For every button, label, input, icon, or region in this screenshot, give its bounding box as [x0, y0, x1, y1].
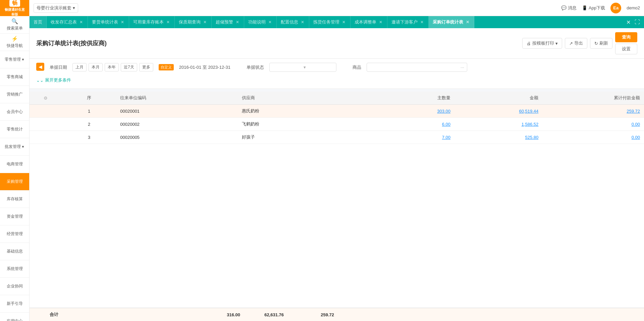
date-btn-7days[interactable]: 近7天 [121, 63, 137, 71]
tab-goods-stats-close[interactable]: ✕ [120, 19, 125, 25]
sidebar-item-retail[interactable]: 零售管理 ▼ [0, 51, 29, 68]
date-btn-more[interactable]: 更多 [139, 63, 153, 71]
sidebar-item-ecommerce[interactable]: 电商管理 [0, 156, 29, 173]
row-paid[interactable]: 0.00 [542, 118, 644, 131]
header-actions: 💬 消息 📱 App下载 Ea demo2 [561, 3, 640, 13]
sidebar-label-quick-nav: 快捷导航 [7, 43, 23, 49]
status-select[interactable]: ▾ [269, 63, 336, 72]
tab-expiry-query-close[interactable]: ✕ [203, 19, 207, 25]
tab-cost-adjust[interactable]: 成本调整单 ✕ [351, 16, 387, 28]
sidebar-item-retail-mall[interactable]: 零售商城 [0, 68, 29, 86]
sidebar-label-app-center: 应用中心 [7, 318, 23, 321]
goods-filter-input[interactable] [370, 65, 459, 70]
search-button[interactable]: 查询 [615, 32, 637, 42]
row-paid[interactable]: 259.72 [542, 105, 644, 118]
sidebar-item-finance[interactable]: 资金管理 [0, 208, 29, 225]
tab-cost-adjust-close[interactable]: ✕ [378, 19, 383, 25]
sidebar-label-search: 搜索菜单 [7, 25, 23, 31]
tab-receive-summary-close[interactable]: ✕ [79, 19, 84, 25]
tab-expiry-query[interactable]: 保质期查询 ✕ [175, 16, 212, 28]
sidebar-item-members[interactable]: 会员中心 [0, 103, 29, 121]
message-label: 消息 [568, 5, 577, 11]
table-footer: 合计 316.00 62,631.76 259.72 [30, 308, 644, 321]
tab-goods-stats[interactable]: 要货单统计表 ✕ [88, 16, 129, 28]
sidebar-item-search[interactable]: 🔍 搜索菜单 [0, 16, 29, 34]
tab-available-inventory-close[interactable]: ✕ [166, 19, 170, 25]
date-btn-this-year[interactable]: 本年 [105, 63, 119, 71]
app-download-btn[interactable]: 📱 App下载 [582, 5, 605, 11]
tab-available-inventory-label: 可用量库存账本 [133, 19, 164, 25]
chevron-down-icon-more: ⌄⌄ [36, 78, 44, 83]
row-amount[interactable]: 1,586.52 [454, 118, 542, 131]
settings-button[interactable]: 设置 [615, 44, 637, 54]
template-print-button[interactable]: 🖨 按模板打印 ▾ [522, 38, 562, 49]
sidebar-item-wholesale[interactable]: 批发管理 ▼ [0, 138, 29, 156]
sidebar-label-members: 会员中心 [7, 109, 23, 115]
toggle-more-btn[interactable]: ⌄⌄ 展开更多条件 [36, 76, 637, 85]
tab-config-info-close[interactable]: ✕ [300, 19, 305, 25]
row-quantity[interactable]: 7.00 [373, 131, 454, 144]
sidebar-item-purchase[interactable]: 采购管理 [0, 173, 29, 191]
refresh-label: 刷新 [599, 40, 608, 46]
table-row: 2 00020002 飞鹤奶粉 6.00 1,586.52 0.00 [30, 118, 644, 131]
ellipsis-icon[interactable]: ··· [461, 65, 464, 70]
chevron-down-icon-account: ▾ [73, 5, 75, 10]
custom-badge: 自定义 [159, 64, 174, 70]
tab-overstock-warning-close[interactable]: ✕ [235, 19, 240, 25]
row-quantity[interactable]: 303.00 [373, 105, 454, 118]
user-avatar[interactable]: Ea [610, 3, 621, 13]
date-btn-last-month[interactable]: 上月 [72, 63, 87, 71]
sidebar-label-retail: 零售管理 [5, 57, 21, 62]
sidebar-item-marketing[interactable]: 营销推广 [0, 86, 29, 103]
sidebar-item-basic-info[interactable]: 基础信息 [0, 243, 29, 260]
tab-receive-summary[interactable]: 收发存汇总表 ✕ [47, 16, 88, 28]
tab-close-all-btn[interactable]: ✕ [625, 18, 632, 27]
sidebar-item-quick-nav[interactable]: ⚡ 快捷导航 [0, 34, 29, 51]
tab-invite-downstream[interactable]: 邀请下游客户 ✕ [387, 16, 429, 28]
tab-home[interactable]: 首页 [30, 16, 47, 28]
row-paid[interactable]: 0.00 [542, 131, 644, 144]
search-icon: 🔍 [11, 18, 18, 24]
col-settings[interactable]: ⚙ [30, 92, 62, 105]
tab-expiry-query-label: 保质期查询 [179, 19, 201, 25]
account-selector-label: 母婴行业演示账套 [37, 5, 71, 11]
sidebar-item-new-guide[interactable]: 新手引导 [0, 295, 29, 313]
date-btn-this-month[interactable]: 本月 [89, 63, 103, 71]
export-button[interactable]: ↗ 导出 [565, 38, 587, 49]
row-supplier: 飞鹤奶粉 [238, 118, 373, 131]
tab-purchase-stats-close[interactable]: ✕ [465, 19, 470, 25]
tab-function-desc-label: 功能说明 [248, 19, 266, 25]
row-amount[interactable]: 60,519.44 [454, 105, 542, 118]
tab-function-desc-close[interactable]: ✕ [268, 19, 272, 25]
search-label: 查询 [622, 35, 631, 40]
sidebar-item-retail-stats[interactable]: 零售统计 [0, 121, 29, 138]
refresh-button[interactable]: ↻ 刷新 [590, 38, 612, 49]
row-quantity[interactable]: 6.00 [373, 118, 454, 131]
tab-function-desc[interactable]: 功能说明 ✕ [244, 16, 277, 28]
tab-picking-task[interactable]: 拣货任务管理 ✕ [309, 16, 351, 28]
message-btn[interactable]: 💬 消息 [561, 5, 577, 11]
sidebar-label-enterprise: 企业协同 [7, 283, 23, 289]
row-settings-cell [30, 105, 62, 118]
row-amount[interactable]: 525.80 [454, 131, 542, 144]
sidebar-label-ecommerce: 电商管理 [7, 161, 23, 167]
tab-config-info[interactable]: 配置信息 ✕ [277, 16, 309, 28]
sidebar-item-enterprise[interactable]: 企业协同 [0, 278, 29, 295]
footer-paid: 259.72 [288, 312, 338, 317]
tab-maximize-btn[interactable]: ⛶ [633, 18, 641, 26]
refresh-icon: ↻ [594, 41, 598, 46]
collapse-icon[interactable]: ◀ [36, 63, 44, 71]
sidebar-item-inventory[interactable]: 库存核算 [0, 191, 29, 208]
col-quantity: 主数量 [373, 92, 454, 105]
tab-available-inventory[interactable]: 可用量库存账本 ✕ [129, 16, 175, 28]
sidebar-item-system[interactable]: 系统管理 [0, 260, 29, 278]
tab-purchase-stats[interactable]: 采购订单统计表 ✕ [429, 16, 474, 28]
page-header-actions: 🖨 按模板打印 ▾ ↗ 导出 ↻ 刷新 查询 设置 [522, 32, 637, 58]
tab-picking-task-close[interactable]: ✕ [341, 19, 346, 25]
tab-overstock-warning[interactable]: 超储预警 ✕ [212, 16, 244, 28]
settings-col-icon: ⚙ [44, 96, 48, 101]
tab-invite-downstream-close[interactable]: ✕ [420, 19, 424, 25]
account-selector[interactable]: 母婴行业演示账套 ▾ [34, 3, 78, 13]
sidebar-item-operations[interactable]: 经营管理 [0, 225, 29, 243]
sidebar-item-app-center[interactable]: 应用中心 [0, 313, 29, 321]
